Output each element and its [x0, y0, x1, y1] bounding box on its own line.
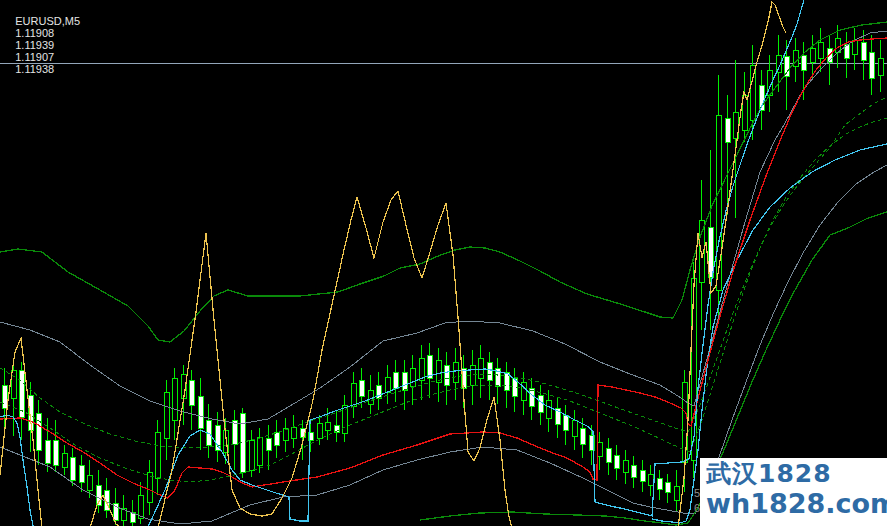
high-price: 1.11939 — [15, 39, 54, 51]
watermark-banner: 武汉1828 wh1828.com — [700, 458, 887, 526]
mt4-chart-window: EURUSD,M5 1.11908 1.11939 1.11907 1.1193… — [0, 0, 887, 526]
symbol-period-label: EURUSD,M5 — [15, 15, 80, 27]
chart-quote-header: EURUSD,M5 1.11908 1.11939 1.11907 1.1193… — [3, 3, 85, 87]
close-price: 1.11938 — [15, 63, 54, 75]
watermark-title: 武汉1828 — [706, 459, 887, 489]
watermark-url: wh1828.com — [706, 488, 887, 520]
low-price: 1.11907 — [15, 51, 54, 63]
open-price: 1.11908 — [15, 27, 54, 39]
chart-canvas[interactable] — [0, 0, 887, 526]
